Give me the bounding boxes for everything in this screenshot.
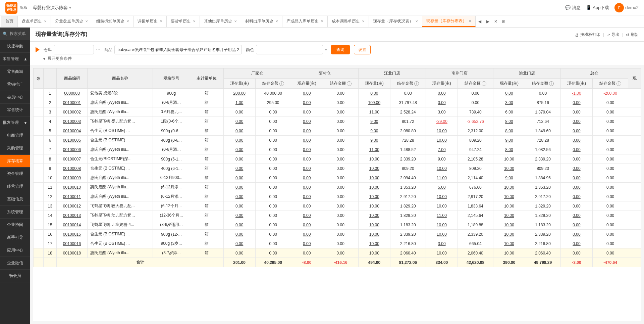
cell-total-current[interactable]: 0.00 (561, 117, 593, 126)
sidebar-item-apps[interactable]: 应用中心 (0, 244, 30, 257)
cell-code[interactable]: 00100003 (57, 117, 87, 126)
cell-total-current[interactable]: 0.00 (561, 136, 593, 145)
cell-mucun-current[interactable]: 0.00 (291, 183, 323, 192)
cell-nanan-current[interactable]: 11.00 (426, 173, 458, 183)
tab-close-icon[interactable]: ✕ (44, 19, 47, 23)
sidebar-item-mall[interactable]: 零售商城 (0, 65, 30, 78)
cell-mucun-current[interactable]: 0.00 (291, 145, 323, 154)
cell-nanan-current[interactable]: 5.00 (426, 183, 458, 192)
refresh-btn[interactable]: ↺ 刷新 (626, 32, 639, 38)
cell-nanan-current[interactable]: 10.00 (426, 126, 458, 136)
cell-code[interactable]: 00100014 (57, 220, 87, 230)
tab-partial-check[interactable]: 分量盘点单历史 ✕ (51, 16, 92, 27)
cell-total-current[interactable]: 0.00 (561, 154, 593, 164)
cell-changjia-current[interactable]: 200.00 (223, 89, 255, 98)
cell-code[interactable]: 00100012 (57, 201, 87, 211)
cell-code[interactable]: 00100005 (57, 136, 87, 145)
cell-jiangbei-current[interactable]: 10.00 (358, 230, 390, 239)
cell-total-current[interactable]: 0.00 (561, 173, 593, 183)
cell-code[interactable]: 00100018 (57, 248, 87, 258)
cell-jiangbei-current[interactable]: 10.00 (358, 183, 390, 192)
tab-material-out[interactable]: 材料出库单历史 ✕ (241, 16, 282, 27)
cell-nanan-current[interactable]: 3.00 (426, 239, 458, 248)
cell-code[interactable]: 00100016 (57, 239, 87, 248)
cell-mucun-current[interactable]: 0.00 (291, 201, 323, 211)
cell-total-current[interactable]: 0.00 (561, 126, 593, 136)
tab-close-icon[interactable]: ✕ (234, 19, 237, 23)
cell-code[interactable]: 00100008 (57, 164, 87, 173)
cell-jiangbei-current[interactable]: 9.00 (358, 136, 390, 145)
cell-yubei-current[interactable]: 10.00 (493, 192, 525, 201)
tab-close-icon[interactable]: ✕ (85, 19, 88, 23)
cell-code[interactable]: 00100011 (57, 192, 87, 201)
cell-code[interactable]: 00100013 (57, 211, 87, 220)
tab-other-out[interactable]: 其他出库单历史 ✕ (200, 16, 241, 27)
app-download-btn[interactable]: 📱 App下载 (586, 5, 609, 11)
sidebar-item-ecom[interactable]: 电商管理 (0, 129, 30, 142)
cell-mucun-current[interactable]: 0.00 (291, 192, 323, 201)
message-btn[interactable]: 💬 消息 (565, 5, 581, 11)
yubei-amount-info-icon[interactable]: i (549, 81, 554, 86)
warehouse-more-btn[interactable]: ··· (96, 47, 100, 53)
sidebar-item-retail[interactable]: 零售管理▲ (0, 53, 30, 65)
cell-nanan-current[interactable]: 10.00 (426, 230, 458, 239)
cell-mucun-current[interactable]: 0.00 (291, 211, 323, 220)
cell-nanan-current[interactable]: 11.00 (426, 211, 458, 220)
cell-nanan-current[interactable]: 0.00 (426, 98, 458, 107)
changjia-amount-info-icon[interactable]: i (279, 81, 284, 86)
cell-yubei-current[interactable]: 10.00 (493, 230, 525, 239)
color-dropdown-icon[interactable]: ▾ (325, 48, 327, 52)
cell-yubei-current[interactable]: 9.00 (493, 136, 525, 145)
user-menu-btn[interactable]: E demo2 (614, 3, 639, 12)
tab-close-icon[interactable]: ✕ (362, 19, 365, 23)
cell-changjia-current[interactable]: 0.00 (223, 192, 255, 201)
cell-jiangbei-current[interactable]: 10.00 (358, 211, 390, 220)
gear-setting-icon[interactable]: ⚙ (36, 76, 41, 81)
cell-changjia-current[interactable]: 0.00 (223, 145, 255, 154)
cell-changjia-current[interactable]: 0.00 (223, 211, 255, 220)
nanan-amount-info-icon[interactable]: i (482, 81, 486, 86)
tab-next-btn[interactable]: ▶ (484, 17, 492, 26)
cell-code[interactable]: 00100001 (57, 98, 87, 107)
sidebar-item-basic[interactable]: 基础信息 (0, 193, 30, 206)
tab-close-icon[interactable]: ✕ (321, 19, 323, 23)
print-btn[interactable]: 🖨 按模板打印 (575, 32, 600, 38)
sidebar-item-system[interactable]: 系统管理 (0, 206, 30, 219)
cell-nanan-current[interactable]: 10.00 (426, 192, 458, 201)
cell-jiangbei-current[interactable]: 10.00 (358, 201, 390, 211)
cell-yubei-current[interactable]: 9.00 (493, 173, 525, 183)
cell-nanan-current[interactable]: 7.00 (426, 145, 458, 154)
tab-transfer[interactable]: 调拨单历史 ✕ (133, 16, 167, 27)
cell-total-current[interactable]: 0.00 (561, 183, 593, 192)
cell-mucun-current[interactable]: 0.00 (291, 230, 323, 239)
sidebar-item-member[interactable]: 会员中心 (0, 91, 30, 104)
cell-changjia-current[interactable]: 1.00 (223, 98, 255, 107)
sidebar-item-management[interactable]: 经营管理 (0, 180, 30, 193)
cell-jiangbei-current[interactable]: 10.00 (358, 192, 390, 201)
cell-changjia-current[interactable]: 0.00 (223, 126, 255, 136)
cell-changjia-current[interactable]: 0.00 (223, 154, 255, 164)
cell-mucun-current[interactable]: 0.00 (291, 173, 323, 183)
sidebar-item-wxwork[interactable]: 企业微信 (0, 257, 30, 270)
cell-nanan-current[interactable]: 10.00 (426, 248, 458, 258)
cell-yubei-current[interactable]: 10.00 (493, 220, 525, 230)
tab-product-in[interactable]: 产成品入库单历史 ✕ (282, 16, 328, 27)
query-button[interactable]: 查询 (331, 45, 350, 54)
sidebar-item-purchase[interactable]: 采购管理 (0, 142, 30, 155)
cell-jiangbei-current[interactable]: 9.00 (358, 126, 390, 136)
cell-yubei-current[interactable]: 8.00 (493, 126, 525, 136)
tab-home[interactable]: 首页 (1, 16, 18, 27)
cell-mucun-current[interactable]: 0.00 (291, 89, 323, 98)
cell-nanan-current[interactable]: 10.00 (426, 201, 458, 211)
company-dropdown[interactable]: 母婴行业演示陈套 ▾ (33, 5, 71, 11)
cell-yubei-current[interactable]: 8.00 (493, 145, 525, 154)
collapse-triangle[interactable] (36, 47, 40, 52)
cell-jiangbei-current[interactable]: 0.00 (358, 89, 390, 98)
cell-changjia-current[interactable]: 0.00 (223, 117, 255, 126)
cell-code[interactable]: 00100009 (57, 173, 87, 183)
cell-mucun-current[interactable]: 0.00 (291, 239, 323, 248)
warehouse-input[interactable] (54, 45, 94, 54)
cell-yubei-current[interactable]: 0.00 (493, 89, 525, 98)
cell-code[interactable]: 00100010 (57, 183, 87, 192)
cell-nanan-current[interactable]: 10.00 (426, 164, 458, 173)
